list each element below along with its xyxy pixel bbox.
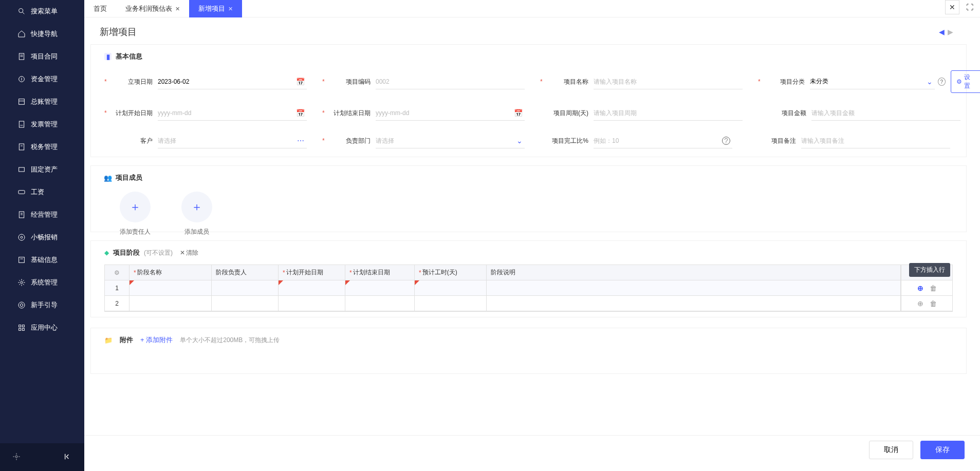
complete-pct-input[interactable] (594, 133, 732, 148)
save-button[interactable]: 保存 (920, 441, 965, 459)
tab-home[interactable]: 首页 (84, 0, 116, 17)
gear-icon[interactable]: ⚙ (114, 269, 120, 276)
close-icon[interactable]: ✕ (175, 6, 180, 12)
sidebar-item-funds[interactable]: 资金管理 (0, 68, 84, 90)
category-setting-button[interactable]: ⚙ 设置 (951, 70, 980, 93)
section-header: ◆ 项目阶段 (可不设置) ✕ 清除 (104, 248, 953, 257)
top-right-actions: ✕ ⛶ (945, 0, 977, 14)
field-label: 项目金额 (763, 109, 806, 118)
sidebar-item-app-center[interactable]: 应用中心 (0, 316, 84, 339)
sidebar-item-expense[interactable]: 小畅报销 (0, 226, 84, 249)
add-owner: ＋ 添加责任人 (120, 192, 151, 236)
stage-hours-cell[interactable] (415, 280, 487, 296)
stage-desc-cell[interactable] (487, 296, 901, 311)
section-header: 👥 项目成员 (104, 173, 953, 182)
next-icon[interactable]: ▶ (948, 28, 953, 36)
cancel-button[interactable]: 取消 (869, 441, 913, 459)
sidebar-item-business-mgmt[interactable]: 经营管理 (0, 203, 84, 226)
expand-button[interactable]: ⛶ (963, 0, 977, 14)
project-code-input[interactable] (376, 74, 525, 89)
stage-desc-cell[interactable] (487, 280, 901, 296)
customer-select[interactable] (158, 133, 307, 148)
cycle-input[interactable] (594, 105, 743, 120)
calendar-icon[interactable]: 📅 (296, 78, 305, 86)
stage-end-cell[interactable] (345, 296, 415, 311)
amount-input[interactable] (811, 105, 960, 120)
stage-name-cell[interactable] (130, 296, 212, 311)
tab-bar: 首页 业务利润预估表✕ 新增项目✕ ✕ ⛶ (84, 0, 980, 17)
add-member: ＋ 添加成员 (181, 192, 212, 236)
stage-start-cell[interactable] (279, 280, 345, 296)
field-label: 项目完工比% (545, 137, 588, 145)
svg-rect-25 (19, 328, 21, 330)
chevron-down-icon[interactable]: ⌄ (516, 137, 523, 145)
add-attachment-link[interactable]: + 添加附件 (140, 335, 173, 345)
category-select[interactable] (810, 74, 934, 89)
collapse-icon[interactable] (64, 453, 72, 462)
sidebar-item-invoice[interactable]: 发票管理 (0, 113, 84, 136)
settings-icon[interactable] (12, 453, 21, 462)
sidebar-item-quicknav[interactable]: 快捷导航 (0, 23, 84, 45)
add-owner-button[interactable]: ＋ (120, 192, 151, 222)
stage-hours-cell[interactable] (415, 296, 487, 311)
calendar-icon[interactable]: 📅 (296, 109, 305, 117)
help-icon[interactable]: ? (722, 137, 730, 145)
section-title: 项目成员 (116, 173, 142, 182)
sidebar-item-fixed-assets[interactable]: 固定资产 (0, 158, 84, 181)
sidebar-item-search[interactable]: 搜索菜单 (0, 0, 84, 23)
svg-rect-10 (19, 144, 24, 150)
svg-point-27 (15, 456, 17, 458)
business-icon (17, 211, 26, 219)
sidebar-item-salary[interactable]: 工资 (0, 181, 84, 203)
prev-icon[interactable]: ◀ (939, 28, 945, 36)
stage-start-cell[interactable] (279, 296, 345, 311)
close-icon[interactable]: ✕ (228, 6, 233, 12)
stage-name-cell[interactable] (130, 280, 212, 296)
add-member-button[interactable]: ＋ (181, 192, 212, 222)
sidebar-item-project-contract[interactable]: 项目合同 (0, 45, 84, 68)
create-date-input[interactable] (158, 74, 307, 89)
sidebar-item-system[interactable]: 系统管理 (0, 271, 84, 294)
tab-profit-estimate[interactable]: 业务利润预估表✕ (116, 0, 189, 17)
remark-input[interactable] (801, 133, 950, 148)
add-owner-label: 添加责任人 (120, 228, 151, 236)
field-label: 立项日期 (109, 78, 153, 86)
table-row[interactable]: 2 (105, 296, 901, 311)
delete-row-icon[interactable]: 🗑 (930, 284, 937, 292)
clear-button[interactable]: ✕ 清除 (180, 249, 198, 257)
stage-end-cell[interactable] (345, 280, 415, 296)
project-name-input[interactable] (594, 74, 743, 89)
delete-row-icon[interactable]: 🗑 (930, 299, 937, 308)
sidebar-item-label: 经营管理 (31, 210, 58, 219)
plan-end-input[interactable] (376, 105, 525, 120)
sidebar-item-label: 项目合同 (31, 52, 58, 61)
table-row[interactable]: 1 (105, 280, 901, 296)
stage-owner-cell[interactable] (212, 280, 279, 296)
section-header: ▮ 基本信息 (104, 52, 953, 61)
calendar-icon[interactable]: 📅 (514, 109, 523, 117)
dept-select[interactable] (376, 133, 525, 148)
home-icon (17, 30, 26, 38)
help-icon[interactable]: ? (938, 78, 946, 86)
gear-icon (17, 278, 26, 287)
svg-rect-24 (22, 325, 24, 327)
close-panel-button[interactable]: ✕ (945, 0, 959, 14)
tooltip: 下方插入行 (909, 263, 950, 277)
sidebar-item-label: 小畅报销 (31, 233, 58, 242)
more-icon[interactable]: ⋯ (297, 137, 305, 145)
sidebar-item-label: 固定资产 (31, 165, 58, 174)
sidebar-item-tax[interactable]: 税务管理 (0, 136, 84, 158)
svg-point-20 (21, 281, 23, 284)
chevron-down-icon[interactable]: ⌄ (927, 78, 933, 86)
insert-row-below-icon[interactable]: ⊕ (917, 284, 923, 292)
sidebar-item-general-ledger[interactable]: 总账管理 (0, 90, 84, 113)
add-member-label: 添加成员 (181, 228, 212, 236)
tab-new-project[interactable]: 新增项目✕ (189, 0, 242, 17)
sidebar-item-basic-info[interactable]: 基础信息 (0, 249, 84, 271)
sidebar-item-guide[interactable]: 新手引导 (0, 294, 84, 316)
stage-owner-cell[interactable] (212, 296, 279, 311)
plan-start-input[interactable] (158, 105, 307, 120)
svg-rect-13 (19, 191, 25, 194)
members-icon: 👥 (104, 174, 112, 181)
insert-row-icon[interactable]: ⊕ (917, 299, 923, 308)
